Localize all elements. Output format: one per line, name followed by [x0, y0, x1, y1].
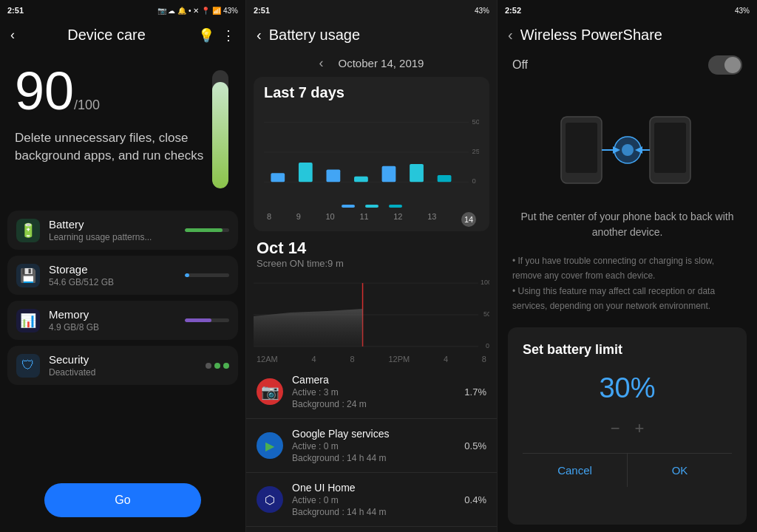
storage-icon: 💾: [16, 264, 40, 287]
day-14-selected[interactable]: 14: [461, 212, 476, 227]
signal-icons-p1: ✕ 📍 📶: [193, 7, 221, 15]
storage-right: [185, 273, 229, 277]
limit-actions: Cancel OK: [523, 453, 732, 487]
battery-p1: 43%: [223, 7, 238, 15]
score-description: Delete unnecessary files, close backgrou…: [15, 129, 210, 165]
care-item-memory[interactable]: 📊 Memory 4.9 GB/8 GB: [7, 301, 238, 340]
status-bar-p2: 2:51 43%: [246, 0, 497, 21]
day-labels: 8 9 10 11 12 13 14: [264, 212, 479, 227]
day-11: 11: [359, 212, 368, 227]
toggle-switch[interactable]: [708, 55, 742, 75]
cancel-button[interactable]: Cancel: [523, 454, 627, 487]
svg-text:50: 50: [472, 118, 479, 126]
svg-text:50: 50: [483, 310, 489, 318]
legend-dot-teal: [389, 205, 402, 208]
security-label: Security: [49, 353, 197, 366]
storage-progress-fill: [185, 273, 189, 277]
play-info: Google Play services Active : 0 m Backgr…: [292, 428, 455, 463]
oneui-name: One UI Home: [292, 482, 455, 494]
score-bar-inner: [212, 82, 228, 188]
battery-p3: 43%: [735, 7, 750, 15]
day-10: 10: [326, 212, 335, 227]
svg-point-26: [622, 144, 634, 156]
toggle-row: Off: [498, 50, 757, 83]
battery-limit-percentage: 30%: [523, 372, 732, 404]
storage-label: Storage: [49, 263, 176, 276]
chart-section: Last 7 days 50 25 0: [254, 77, 489, 231]
ok-button[interactable]: OK: [628, 454, 732, 487]
time-8am: 8: [350, 355, 354, 364]
app-item-play[interactable]: ▶ Google Play services Active : 0 m Back…: [246, 419, 497, 473]
decrement-button[interactable]: −: [611, 419, 620, 438]
play-detail2: Background : 14 h 44 m: [292, 453, 455, 463]
time-12pm: 12PM: [388, 355, 410, 364]
dot-1: [206, 363, 211, 369]
play-detail1: Active : 0 m: [292, 441, 455, 451]
status-icons-p2: 43%: [475, 7, 489, 15]
powershare-illustration: [554, 95, 702, 191]
svg-rect-7: [299, 163, 313, 182]
care-item-battery[interactable]: 🔋 Battery Learning usage patterns...: [7, 211, 238, 250]
app-item-oneui[interactable]: ⬡ One UI Home Active : 0 m Background : …: [246, 473, 497, 527]
back-button-p3[interactable]: ‹: [508, 27, 513, 44]
go-button-container: Go: [0, 473, 245, 532]
detail-chart: 100 50 0: [254, 272, 489, 353]
legend-item-2: [365, 205, 378, 208]
svg-marker-20: [254, 309, 363, 347]
security-sub: Deactivated: [49, 367, 197, 378]
battery-p2: 43%: [475, 7, 489, 15]
score-max: /100: [74, 98, 100, 112]
oneui-detail2: Background : 14 h 44 m: [292, 507, 455, 517]
legend-item-1: [342, 205, 355, 208]
svg-text:0: 0: [486, 342, 489, 349]
time-4pm: 4: [444, 355, 448, 364]
svg-text:0: 0: [472, 177, 476, 185]
svg-rect-10: [382, 166, 396, 183]
care-item-storage[interactable]: 💾 Storage 54.6 GB/512 GB: [7, 256, 238, 295]
svg-text:25: 25: [472, 148, 479, 155]
bullet-2: • Using this feature may affect call rec…: [512, 284, 742, 314]
svg-rect-12: [438, 175, 452, 182]
battery-progress-fill: [185, 228, 223, 232]
svg-rect-8: [326, 169, 340, 182]
device-care-panel: 2:51 📷 ☁ 🔔 • ✕ 📍 📶 43% ‹ Device care 💡 ⋮…: [0, 0, 245, 532]
care-item-security[interactable]: 🛡 Security Deactivated: [7, 346, 238, 385]
back-button-p1[interactable]: ‹: [10, 27, 15, 43]
svg-rect-11: [410, 164, 424, 182]
legend-dot-blue: [342, 205, 355, 208]
go-button[interactable]: Go: [44, 483, 201, 517]
screen-on-time: Screen ON time:9 m: [257, 258, 486, 269]
detail-chart-svg: 100 50 0: [254, 272, 489, 353]
more-icon[interactable]: ⋮: [222, 27, 235, 44]
app-item-camera[interactable]: 📷 Camera Active : 3 m Background : 24 m …: [246, 365, 497, 419]
svg-rect-9: [354, 177, 368, 183]
memory-right: [185, 318, 229, 322]
security-content: Security Deactivated: [49, 353, 197, 378]
memory-icon: 📊: [16, 309, 40, 332]
battery-limit-card: Set battery limit 30% − + Cancel OK: [508, 327, 747, 525]
status-icons-p3: 43%: [735, 7, 750, 15]
oneui-info: One UI Home Active : 0 m Background : 14…: [292, 482, 455, 517]
play-name: Google Play services: [292, 428, 455, 440]
play-app-icon: ▶: [257, 432, 283, 459]
score-left: 90/100 Delete unnecessary files, close b…: [15, 64, 210, 188]
storage-sub: 54.6 GB/512 GB: [49, 277, 176, 287]
nav-icons-p1: 💡 ⋮: [198, 27, 235, 44]
instruction-text: Put the center of your phone back to bac…: [498, 202, 757, 248]
back-button-p2[interactable]: ‹: [257, 27, 262, 44]
score-value: 90: [15, 61, 74, 120]
dot-3: [223, 363, 229, 369]
powershare-title: Wireless PowerShare: [520, 27, 662, 44]
prev-date-button[interactable]: ‹: [319, 55, 324, 71]
increment-button[interactable]: +: [635, 419, 645, 438]
svg-rect-6: [271, 173, 285, 182]
battery-progress-bar: [185, 228, 229, 232]
battery-usage-panel: 2:51 43% ‹ Battery usage ‹ October 14, 2…: [245, 0, 497, 532]
score-bar-outer: [212, 70, 228, 188]
wireless-powershare-panel: 2:52 43% ‹ Wireless PowerShare Off: [497, 0, 757, 532]
nav-p3: ‹ Wireless PowerShare: [498, 21, 757, 50]
battery-label: Battery: [49, 218, 176, 231]
oneui-percent: 0.4%: [464, 494, 486, 505]
bulb-icon[interactable]: 💡: [198, 27, 214, 44]
selected-day-section: Oct 14 Screen ON time:9 m: [246, 231, 497, 272]
